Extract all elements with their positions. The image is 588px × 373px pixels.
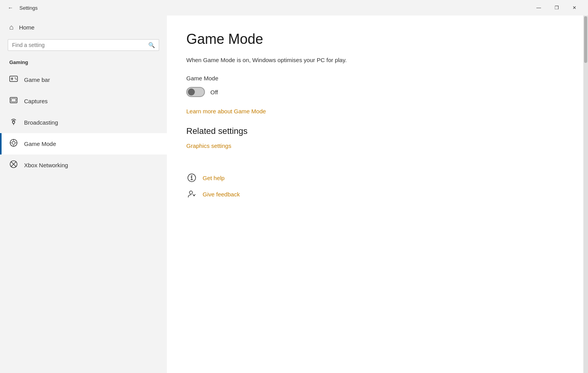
svg-point-21 bbox=[191, 175, 193, 177]
graphics-settings-link[interactable]: Graphics settings bbox=[186, 142, 231, 149]
page-description: When Game Mode is on, Windows optimises … bbox=[186, 57, 458, 63]
toggle-thumb bbox=[188, 88, 195, 95]
svg-point-3 bbox=[15, 78, 16, 78]
sidebar-section-gaming: Gaming bbox=[0, 57, 167, 69]
get-help-icon bbox=[186, 172, 197, 183]
svg-point-12 bbox=[12, 141, 15, 144]
svg-point-23 bbox=[189, 191, 193, 194]
app-title: Settings bbox=[19, 5, 38, 11]
broadcasting-icon bbox=[9, 117, 18, 128]
give-feedback-row[interactable]: Give feedback bbox=[186, 189, 564, 200]
back-button[interactable]: ← bbox=[5, 2, 16, 14]
sidebar-item-captures[interactable]: Captures bbox=[0, 90, 167, 112]
minimize-button[interactable]: — bbox=[530, 0, 548, 16]
search-box[interactable]: 🔍 bbox=[8, 39, 159, 51]
get-help-link[interactable]: Get help bbox=[203, 175, 225, 181]
content-area: Game Mode When Game Mode is on, Windows … bbox=[167, 16, 583, 373]
game-mode-icon bbox=[9, 139, 18, 149]
game-mode-toggle-row: Off bbox=[186, 87, 564, 97]
toggle-state-label: Off bbox=[210, 89, 218, 95]
search-icon: 🔍 bbox=[148, 42, 155, 48]
captures-label: Captures bbox=[24, 98, 48, 104]
xbox-networking-label: Xbox Networking bbox=[24, 162, 68, 168]
captures-icon bbox=[9, 96, 18, 106]
back-icon: ← bbox=[8, 5, 13, 11]
sidebar-item-home[interactable]: ⌂ Home bbox=[0, 19, 167, 35]
svg-point-9 bbox=[12, 121, 15, 123]
search-input[interactable] bbox=[12, 42, 148, 48]
game-bar-label: Game bar bbox=[24, 76, 50, 83]
get-help-row[interactable]: Get help bbox=[186, 172, 564, 183]
broadcasting-label: Broadcasting bbox=[24, 119, 58, 126]
page-title: Game Mode bbox=[186, 31, 564, 47]
give-feedback-icon bbox=[186, 189, 197, 200]
restore-button[interactable]: ❐ bbox=[548, 0, 565, 16]
game-bar-icon bbox=[9, 75, 18, 85]
home-icon: ⌂ bbox=[9, 23, 14, 31]
sidebar-item-game-bar[interactable]: Game bar bbox=[0, 69, 167, 90]
close-button[interactable]: ✕ bbox=[565, 0, 583, 16]
app-body: ⌂ Home 🔍 Gaming Game bar bbox=[0, 16, 588, 373]
game-mode-setting-label: Game Mode bbox=[186, 75, 564, 82]
svg-rect-6 bbox=[11, 99, 16, 102]
xbox-icon bbox=[9, 160, 18, 170]
game-mode-toggle[interactable] bbox=[186, 87, 205, 97]
svg-point-4 bbox=[16, 79, 16, 80]
titlebar: ← Settings — ❐ ✕ bbox=[0, 0, 588, 16]
window-controls: — ❐ ✕ bbox=[530, 0, 583, 16]
give-feedback-link[interactable]: Give feedback bbox=[203, 191, 240, 198]
sidebar-item-broadcasting[interactable]: Broadcasting bbox=[0, 112, 167, 133]
sidebar: ⌂ Home 🔍 Gaming Game bar bbox=[0, 16, 167, 373]
game-mode-label: Game Mode bbox=[24, 141, 56, 147]
toggle-track bbox=[186, 87, 205, 97]
related-settings-title: Related settings bbox=[186, 126, 564, 136]
home-label: Home bbox=[19, 24, 35, 31]
right-scrollbar[interactable] bbox=[583, 16, 588, 373]
sidebar-item-xbox-networking[interactable]: Xbox Networking bbox=[0, 154, 167, 176]
scrollbar-thumb bbox=[584, 16, 587, 63]
learn-more-link[interactable]: Learn more about Game Mode bbox=[186, 108, 266, 115]
sidebar-item-game-mode[interactable]: Game Mode bbox=[0, 133, 167, 154]
